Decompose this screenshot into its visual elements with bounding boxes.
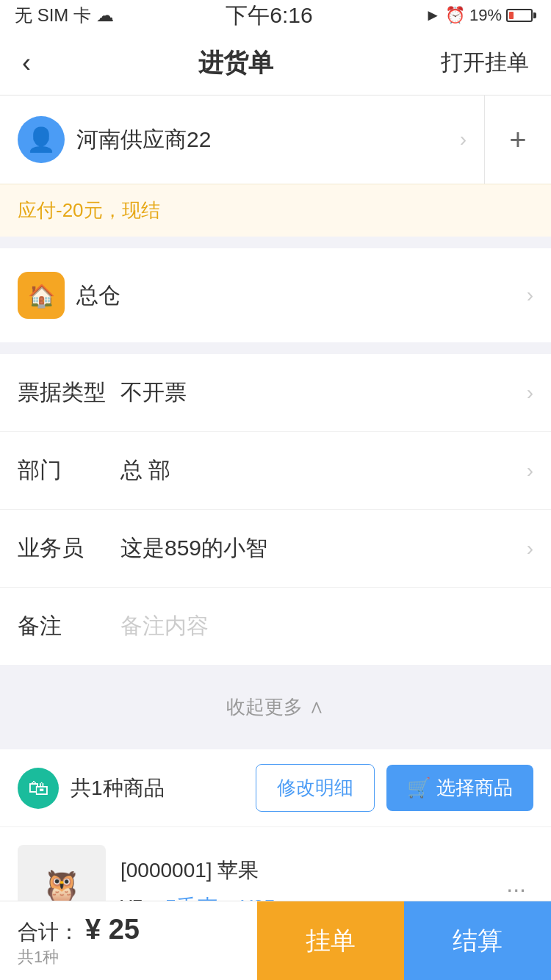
form-row-dept[interactable]: 部门 总 部 › [0,432,551,510]
status-bar-left: 无 SIM 卡 ☁ [15,4,114,27]
supplier-section: 👤 河南供应商22 › + 应付-20元，现结 [0,96,551,237]
warehouse-chevron-icon: › [527,284,533,307]
status-bar-time: 下午6:16 [226,1,312,31]
nav-bar: ‹ 进货单 打开挂单 [0,31,551,96]
warehouse-icon-wrap: 🏠 [18,272,65,319]
main-content: 👤 河南供应商22 › + 应付-20元，现结 🏠 总仓 › 票据类型 不开票 … [0,96,551,980]
dept-chevron-icon: › [527,459,533,483]
location-icon: ► [425,6,441,25]
product-name: [0000001] 苹果 [120,857,484,884]
select-product-label: 选择商品 [436,775,513,801]
add-supplier-button[interactable]: + [485,96,551,184]
edit-detail-button[interactable]: 修改明细 [256,764,375,812]
warehouse-name: 总仓 [76,281,515,311]
bag-icon: 🛍 [28,776,48,800]
ticket-chevron-icon: › [527,381,533,405]
page-title: 进货单 [198,46,273,80]
salesman-value: 这是859的小智 [120,533,527,563]
ticket-value: 不开票 [120,378,527,408]
alarm-icon: ⏰ [445,6,465,25]
form-row-remark[interactable]: 备注 备注内容 [0,588,551,665]
remark-label: 备注 [18,611,120,641]
remark-input[interactable]: 备注内容 [120,611,533,641]
form-row-ticket[interactable]: 票据类型 不开票 › [0,354,551,432]
chevron-right-icon: › [460,128,467,151]
warehouse-row[interactable]: 🏠 总仓 › [0,248,551,342]
status-bar: 无 SIM 卡 ☁ 下午6:16 ► ⏰ 19% [0,0,551,31]
total-amount: ¥ 25 [85,914,140,945]
supplier-avatar: 👤 [18,116,65,163]
supplier-notice: 应付-20元，现结 [0,184,551,237]
sim-status: 无 SIM 卡 ☁ [15,4,114,27]
product-section-icon: 🛍 [18,768,59,809]
open-hang-button[interactable]: 打开挂单 [441,48,529,78]
status-bar-right: ► ⏰ 19% [425,6,536,25]
product-count-label: 共1种商品 [71,774,244,802]
total-label: 合计： [18,918,79,946]
battery-icon [506,9,536,22]
warehouse-section: 🏠 总仓 › [0,248,551,342]
warehouse-icon: 🏠 [28,283,55,309]
salesman-label: 业务员 [18,533,120,563]
footer-total-section: 合计： ¥ 25 共1种 [0,901,257,980]
supplier-name: 河南供应商22 [76,125,448,155]
person-icon: 👤 [26,126,56,154]
salesman-chevron-icon: › [527,537,533,561]
select-product-button[interactable]: 🛒 选择商品 [386,765,533,811]
cart-icon: 🛒 [407,777,431,799]
collapse-bar[interactable]: 收起更多 ∧ [0,677,551,738]
form-row-salesman[interactable]: 业务员 这是859的小智 › [0,510,551,588]
supplier-selector[interactable]: 👤 河南供应商22 › [0,96,485,184]
back-button[interactable]: ‹ [22,48,31,79]
dept-label: 部门 [18,455,120,486]
battery-percent: 19% [469,6,502,25]
settle-button[interactable]: 结算 [404,901,551,980]
footer: 合计： ¥ 25 共1种 挂单 结算 [0,901,551,980]
hang-button[interactable]: 挂单 [257,901,404,980]
dept-value: 总 部 [120,455,527,486]
product-header: 🛍 共1种商品 修改明细 🛒 选择商品 [0,749,551,827]
ticket-label: 票据类型 [18,378,120,408]
form-section: 票据类型 不开票 › 部门 总 部 › 业务员 这是859的小智 › 备注 备注… [0,354,551,665]
footer-count: 共1种 [18,946,240,968]
